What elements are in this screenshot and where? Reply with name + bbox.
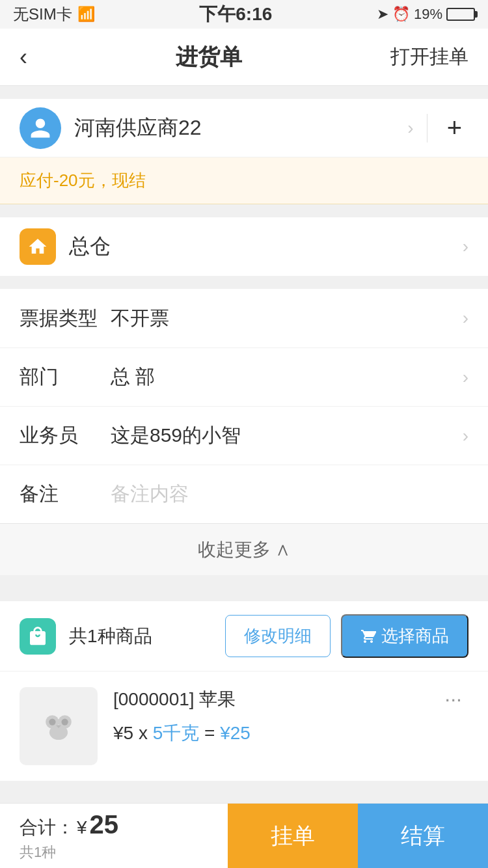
supplier-card: 河南供应商22 › + 应付-20元，现结: [0, 99, 488, 204]
product-code: [0000001]: [113, 689, 199, 709]
warehouse-name: 总仓: [69, 232, 463, 261]
open-hang-button[interactable]: 打开挂单: [390, 44, 468, 70]
battery-percent: 19%: [414, 6, 442, 23]
user-icon: [29, 116, 52, 140]
select-product-button[interactable]: 选择商品: [341, 614, 468, 658]
supplier-avatar: [20, 107, 61, 149]
svg-point-3: [61, 718, 68, 725]
supplier-row[interactable]: 河南供应商22 › +: [0, 99, 488, 157]
product-more-button[interactable]: ···: [438, 687, 468, 711]
product-count-text: 共1种商品: [69, 624, 225, 649]
footer: 合计： ¥ 25 共1种 挂单 结算: [0, 803, 488, 868]
product-price: ¥5 x 5千克 = ¥25: [113, 721, 438, 746]
footer-total: 合计： ¥ 25 共1种: [0, 804, 228, 868]
product-info: [0000001] 苹果 ¥5 x 5千克 = ¥25: [113, 687, 438, 746]
warehouse-row[interactable]: 总仓 ›: [0, 217, 488, 276]
department-chevron: ›: [463, 367, 468, 388]
notice-bar: 应付-20元，现结: [0, 157, 488, 204]
home-icon: [27, 236, 48, 257]
warehouse-card: 总仓 ›: [0, 217, 488, 276]
svg-point-2: [49, 718, 55, 725]
product-item: [0000001] 苹果 ¥5 x 5千克 = ¥25 ···: [0, 671, 488, 781]
supplier-separator: [427, 114, 427, 142]
select-product-label: 选择商品: [381, 625, 449, 647]
add-supplier-button[interactable]: +: [441, 113, 468, 142]
alarm-icon: ⏰: [392, 6, 410, 23]
total-label: 合计：: [20, 815, 74, 840]
department-value: 总 部: [111, 364, 463, 390]
form-card: 票据类型 不开票 › 部门 总 部 › 业务员 这是859的小智 › 备注 备注…: [0, 289, 488, 523]
supplier-name: 河南供应商22: [74, 114, 407, 142]
footer-count: 共1种: [20, 843, 208, 862]
section-gap-4: [0, 575, 488, 588]
product-toolbar: 共1种商品 修改明细 选择商品: [0, 601, 488, 671]
battery-icon: [446, 8, 475, 21]
carrier-text: 无SIM卡: [13, 4, 72, 25]
location-icon: ➤: [377, 6, 388, 23]
wifi-icon: 📶: [77, 6, 95, 23]
notice-text: 应付-20元，现结: [20, 170, 146, 190]
product-name: [0000001] 苹果: [113, 687, 438, 712]
back-button[interactable]: ‹: [20, 44, 27, 71]
product-count-icon: [20, 618, 56, 655]
supplier-chevron: ›: [407, 118, 413, 139]
salesperson-label: 业务员: [20, 422, 111, 449]
salesperson-chevron: ›: [463, 426, 468, 446]
remark-placeholder: 备注内容: [111, 481, 468, 508]
invoice-chevron: ›: [463, 308, 468, 329]
quantity: 5千克: [153, 723, 200, 743]
product-section: 共1种商品 修改明细 选择商品 [0000001] 苹果: [0, 601, 488, 781]
total-symbol: ¥: [77, 817, 87, 838]
nav-bar: ‹ 进货单 打开挂单: [0, 29, 488, 86]
warehouse-chevron: ›: [463, 236, 468, 257]
department-label: 部门: [20, 364, 111, 390]
product-thumbnail: [20, 687, 98, 765]
status-time: 下午6:16: [199, 2, 272, 27]
remark-row[interactable]: 备注 备注内容: [0, 465, 488, 523]
edit-detail-button[interactable]: 修改明细: [225, 615, 331, 657]
hang-button[interactable]: 挂单: [228, 804, 358, 868]
salesperson-value: 这是859的小智: [111, 422, 463, 449]
remark-label: 备注: [20, 481, 111, 508]
unit-price: ¥5 x: [113, 723, 153, 743]
invoice-value: 不开票: [111, 305, 463, 332]
status-bar: 无SIM卡 📶 下午6:16 ➤ ⏰ 19%: [0, 0, 488, 29]
checkout-button[interactable]: 结算: [358, 804, 488, 868]
page-title: 进货单: [176, 42, 242, 72]
status-right: ➤ ⏰ 19%: [377, 6, 475, 23]
total-amount: 25: [90, 810, 119, 839]
invoice-row[interactable]: 票据类型 不开票 ›: [0, 289, 488, 347]
cart-icon: [360, 629, 376, 644]
equals: =: [199, 723, 220, 743]
owl-logo: [38, 705, 79, 747]
bag-icon: [27, 626, 48, 647]
total-price: ¥25: [220, 723, 251, 743]
collapse-toggle[interactable]: 收起更多 ∧: [0, 523, 488, 575]
department-row[interactable]: 部门 总 部 ›: [0, 347, 488, 406]
section-gap-1: [0, 86, 488, 99]
invoice-label: 票据类型: [20, 305, 111, 332]
product-title: 苹果: [199, 689, 236, 709]
section-gap-3: [0, 276, 488, 289]
warehouse-icon: [20, 228, 56, 265]
section-gap-2: [0, 204, 488, 217]
collapse-label: 收起更多 ∧: [198, 537, 291, 562]
salesperson-row[interactable]: 业务员 这是859的小智 ›: [0, 406, 488, 465]
status-carrier: 无SIM卡 📶: [13, 4, 95, 25]
footer-total-row: 合计： ¥ 25: [20, 810, 208, 840]
